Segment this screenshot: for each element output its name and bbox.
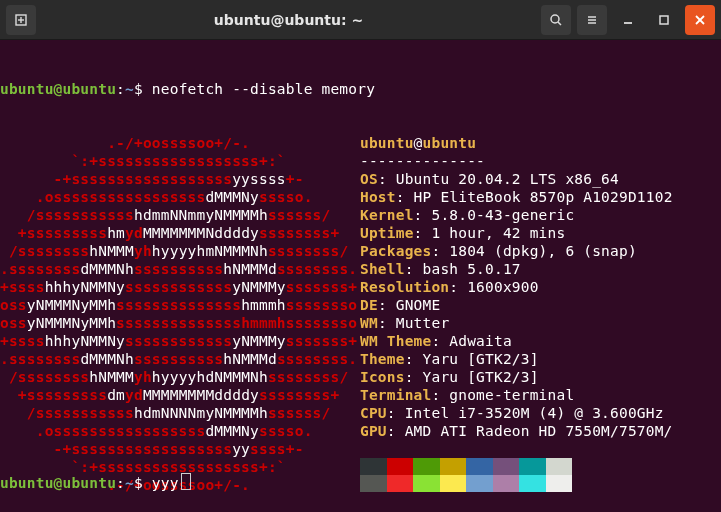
color-palette-light <box>360 475 572 492</box>
window-title: ubuntu@ubuntu: ~ <box>36 11 541 29</box>
typed-input: yyy <box>152 475 179 491</box>
info-key: Host <box>360 189 396 205</box>
current-prompt[interactable]: ubuntu@ubuntu:~$ yyy <box>0 433 191 510</box>
titlebar: ubuntu@ubuntu: ~ <box>0 0 721 40</box>
info-key: Kernel <box>360 207 414 223</box>
minimize-button[interactable] <box>613 5 643 35</box>
info-key: Theme <box>360 351 405 367</box>
maximize-button[interactable] <box>649 5 679 35</box>
svg-line-4 <box>558 22 561 25</box>
new-tab-button[interactable] <box>6 5 36 35</box>
close-button[interactable] <box>685 5 715 35</box>
info-key: DE <box>360 297 378 313</box>
info-key: Icons <box>360 369 405 385</box>
text-cursor <box>181 473 191 490</box>
prompt-user-host: ubuntu@ubuntu <box>0 81 116 97</box>
command-text: neofetch --disable memory <box>152 81 375 97</box>
system-info: ubuntu@ubuntu--------------OS: Ubuntu 20… <box>360 134 721 494</box>
info-key: Packages <box>360 243 431 259</box>
info-key: WM <box>360 315 378 331</box>
svg-rect-9 <box>660 16 668 24</box>
info-key: Resolution <box>360 279 449 295</box>
info-key: Shell <box>360 261 405 277</box>
search-button[interactable] <box>541 5 571 35</box>
info-key: Uptime <box>360 225 414 241</box>
color-palette-dark <box>360 458 572 475</box>
info-key: Terminal <box>360 387 431 403</box>
info-key: WM Theme <box>360 333 431 349</box>
prompt-path: ~ <box>125 81 134 97</box>
info-key: OS <box>360 171 378 187</box>
svg-point-3 <box>551 15 559 23</box>
prompt-line: ubuntu@ubuntu:~$ neofetch --disable memo… <box>0 80 721 98</box>
info-key: CPU <box>360 405 387 421</box>
menu-button[interactable] <box>577 5 607 35</box>
info-key: GPU <box>360 423 387 439</box>
